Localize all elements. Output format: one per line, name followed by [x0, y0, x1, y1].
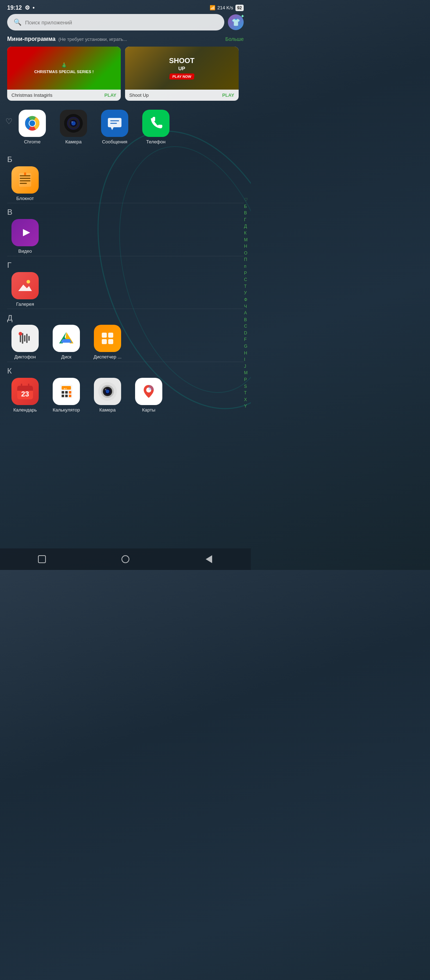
mini-card-christmas[interactable]: 🎄 CHRISTMAS SPECIAL SERIES ! Christmas I…: [7, 46, 121, 101]
svg-rect-16: [20, 178, 30, 179]
alpha-a[interactable]: A: [244, 310, 248, 316]
app-label-calendar: Календарь: [13, 407, 37, 413]
alpha-k[interactable]: К: [244, 231, 248, 236]
alpha-j[interactable]: J: [244, 364, 248, 369]
app-label-camera2: Камера: [99, 407, 115, 413]
svg-rect-34: [102, 332, 107, 338]
mini-more-button[interactable]: Больше: [225, 36, 244, 42]
app-item-phone[interactable]: Телефон: [138, 110, 174, 145]
camera2-icon: [94, 378, 121, 405]
search-bar[interactable]: 🔍: [7, 14, 224, 30]
svg-rect-36: [102, 339, 107, 344]
alpha-y[interactable]: Y: [244, 404, 248, 409]
alpha-b[interactable]: Б: [244, 204, 248, 210]
calendar-icon: 23: [11, 378, 39, 405]
alpha-m-lat[interactable]: M: [244, 370, 248, 376]
app-item-camera2[interactable]: Камера: [90, 378, 125, 413]
app-label-gallery: Галерея: [16, 301, 34, 307]
mini-card-shootup[interactable]: SHOOTUP PLAY NOW Shoot Up PLAY: [125, 46, 239, 101]
alpha-s[interactable]: С: [244, 277, 248, 283]
dictaphone-icon: [11, 325, 39, 352]
svg-rect-26: [26, 334, 28, 343]
alpha-f[interactable]: Ф: [244, 297, 248, 303]
svg-rect-27: [28, 336, 30, 341]
alpha-b-lat[interactable]: B: [244, 317, 248, 323]
svg-rect-18: [20, 183, 27, 184]
app-item-dispatcher[interactable]: Диспетчер ...: [90, 325, 125, 360]
app-label-dispatcher: Диспетчер ...: [94, 354, 122, 360]
section-letter-g: Г: [7, 258, 244, 272]
nav-home-button[interactable]: [119, 553, 132, 566]
alpha-r[interactable]: Р: [244, 270, 248, 276]
app-item-messages[interactable]: Сообщения: [97, 110, 133, 145]
back-icon: [206, 555, 212, 563]
alpha-v[interactable]: В: [244, 210, 248, 216]
section-k-apps: 23 Календарь: [7, 378, 244, 413]
alpha-p-lat[interactable]: P: [244, 377, 248, 383]
mini-card-christmas-play[interactable]: PLAY: [104, 92, 116, 98]
app-label-phone: Телефон: [146, 139, 165, 145]
heart-icon: ♡: [5, 117, 13, 126]
app-item-video[interactable]: Видео: [7, 219, 43, 254]
dot-indicator: •: [33, 5, 35, 11]
app-item-calculator[interactable]: ×÷ Калькулятор: [48, 378, 84, 413]
favorites-app-row: Chrome Камера: [14, 110, 246, 145]
alpha-heart[interactable]: ♡: [244, 197, 248, 203]
alpha-ch[interactable]: Ч: [244, 304, 248, 310]
app-item-camera[interactable]: Камера: [56, 110, 91, 145]
alpha-n[interactable]: Н: [244, 244, 248, 250]
search-input[interactable]: [25, 19, 218, 25]
app-item-calendar[interactable]: 23 Календарь: [7, 378, 43, 413]
alpha-m[interactable]: М: [244, 237, 248, 243]
alpha-t[interactable]: Т: [244, 284, 248, 290]
svg-rect-25: [24, 335, 25, 342]
nav-back-button[interactable]: [203, 553, 215, 566]
alpha-pp[interactable]: п: [244, 264, 248, 270]
video-icon: [11, 219, 39, 246]
svg-point-28: [19, 332, 22, 336]
nav-recent-button[interactable]: [35, 553, 48, 566]
app-list: Б Блокнот В: [0, 148, 251, 418]
mini-card-christmas-footer: Christmas Instagirls PLAY: [7, 90, 121, 101]
app-item-blocknot[interactable]: Блокнот: [7, 166, 43, 202]
chrome-icon: [19, 110, 46, 137]
section-g-apps: Галерея: [7, 272, 244, 307]
ai-avatar[interactable]: 👕 ✦: [228, 14, 244, 30]
svg-text:×÷: ×÷: [63, 387, 67, 390]
section-letter-k: К: [7, 363, 244, 378]
app-item-maps[interactable]: Карты: [131, 378, 167, 413]
alpha-d-lat[interactable]: D: [244, 331, 248, 336]
svg-point-58: [105, 389, 106, 390]
alpha-t-lat[interactable]: T: [244, 390, 248, 396]
alpha-f-lat[interactable]: F: [244, 337, 248, 343]
dispatcher-icon: [94, 325, 121, 352]
mini-card-shootup-play[interactable]: PLAY: [222, 92, 234, 98]
navigation-bar: [0, 549, 251, 570]
app-item-dictaphone[interactable]: Диктофон: [7, 325, 43, 360]
svg-rect-10: [108, 118, 122, 127]
alpha-s-lat[interactable]: S: [244, 384, 248, 390]
app-item-gallery[interactable]: Галерея: [7, 272, 43, 307]
alpha-c[interactable]: C: [244, 324, 248, 329]
mini-card-shootup-name: Shoot Up: [129, 92, 149, 98]
alpha-u[interactable]: У: [244, 290, 248, 296]
search-icon: 🔍: [14, 18, 22, 26]
alpha-h[interactable]: H: [244, 350, 248, 356]
alpha-g[interactable]: Г: [244, 217, 248, 223]
alpha-p[interactable]: П: [244, 257, 248, 263]
alpha-i[interactable]: I: [244, 357, 248, 363]
alpha-d[interactable]: Д: [244, 224, 248, 229]
svg-point-57: [106, 390, 109, 393]
alpha-g-lat[interactable]: G: [244, 344, 248, 350]
app-item-disk[interactable]: Диск: [48, 325, 84, 360]
alpha-x[interactable]: X: [244, 397, 248, 403]
app-label-maps: Карты: [142, 407, 155, 413]
svg-point-9: [71, 121, 73, 123]
svg-point-21: [27, 280, 30, 283]
svg-rect-50: [65, 395, 68, 397]
battery-indicator: 92: [235, 5, 244, 11]
app-label-camera: Камера: [65, 139, 81, 145]
alpha-o[interactable]: О: [244, 251, 248, 256]
mini-cards-list: 🎄 CHRISTMAS SPECIAL SERIES ! Christmas I…: [7, 46, 244, 101]
app-item-chrome[interactable]: Chrome: [14, 110, 50, 145]
